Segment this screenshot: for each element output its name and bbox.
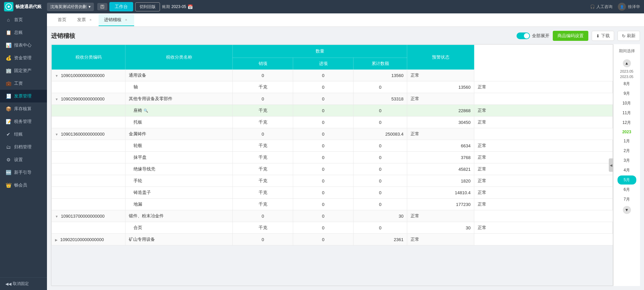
- toggle-track[interactable]: [517, 32, 530, 39]
- expand-icon[interactable]: ▶: [55, 238, 58, 242]
- expand-icon[interactable]: ▼: [55, 133, 58, 136]
- cell-total: 3768: [407, 152, 474, 163]
- cell-sales: 0: [233, 210, 293, 222]
- company-selector[interactable]: 沈海英测试经营勿删 ▾: [47, 3, 94, 11]
- home-icon: ⌂: [5, 17, 11, 22]
- table-row: 轮毂 千克 0 0 6634 正常: [52, 140, 613, 152]
- sidebar-label-capital: 资金管理: [14, 55, 32, 61]
- cell-purchase: 0: [354, 187, 407, 199]
- calendar-icon[interactable]: 📅: [187, 4, 193, 9]
- salary-icon: 💼: [5, 81, 11, 86]
- right-panel: ◀ 期间选择 ▲ 2023.052023.058月9月10月11月12月2023…: [613, 44, 640, 286]
- expand-icon[interactable]: ▼: [55, 215, 58, 218]
- cancel-pin-button[interactable]: ◀◀ 取消固定: [0, 277, 47, 290]
- cell-sales: 0: [293, 105, 354, 117]
- save-button[interactable]: [97, 3, 107, 10]
- cell-empty: [52, 105, 125, 117]
- panel-up-arrow[interactable]: ▲: [623, 59, 631, 67]
- sidebar-item-home[interactable]: ⌂ 首页: [0, 13, 47, 26]
- cell-status: 正常: [474, 163, 613, 175]
- tab-reconcile-close[interactable]: ×: [123, 17, 129, 22]
- month-item[interactable]: 5月: [618, 175, 636, 185]
- tab-reconcile[interactable]: 进销稽核 ×: [99, 14, 134, 26]
- cell-status: 正常: [474, 117, 613, 128]
- sidebar-item-archive[interactable]: 🗂 归档管理: [0, 141, 47, 153]
- cell-total: 45821: [407, 163, 474, 175]
- cell-purchase: 0: [354, 81, 407, 93]
- page-content: 进销稽核 全部展开 商品编码设置 ⬇ 下载: [47, 27, 644, 290]
- workbench-button[interactable]: 工作台: [109, 2, 133, 11]
- cell-sales: 0: [293, 81, 354, 93]
- tab-invoice[interactable]: 发票 ×: [72, 14, 99, 26]
- cell-status: 正常: [407, 128, 474, 140]
- chart-icon: 📊: [5, 43, 11, 48]
- cell-tax-name: 其他专用设备及零部件: [125, 93, 233, 105]
- refresh-button[interactable]: ↻ 刷新: [618, 31, 640, 41]
- table-row: ▼ 109010000000000000 通用设备 0 0 13560 正常: [52, 70, 613, 81]
- tab-invoice-label: 发票: [77, 17, 86, 23]
- sidebar-item-ledger[interactable]: 📋 总账: [0, 26, 47, 39]
- table-row: ▼ 109029900000000000 其他专用设备及零部件 0 0 5331…: [52, 93, 613, 105]
- cell-total: 250083.4: [354, 128, 407, 140]
- tab-invoice-close[interactable]: ×: [88, 17, 93, 22]
- month-item[interactable]: 2月: [618, 146, 636, 155]
- user-name: 徐泽华: [628, 4, 640, 10]
- sidebar-item-guide[interactable]: 🆕 新手引导: [0, 166, 47, 179]
- month-item[interactable]: 8月: [618, 79, 636, 88]
- cell-status: 正常: [407, 210, 474, 222]
- sidebar-label-salary: 工资: [14, 80, 23, 86]
- month-item[interactable]: 1月: [618, 137, 636, 146]
- top-right-actions: 🎧 人工咨询 👤 徐泽华: [590, 3, 640, 11]
- col-total: 累计数额: [354, 58, 407, 70]
- month-item[interactable]: 7月: [618, 195, 636, 204]
- cell-tax-code: ▼ 109013600000000000: [52, 128, 125, 140]
- user-info[interactable]: 👤 徐泽华: [618, 3, 640, 11]
- month-item[interactable]: 10月: [618, 99, 636, 108]
- cell-item-name: 轮毂: [125, 140, 233, 152]
- cell-purchase: 0: [293, 128, 354, 140]
- toggle-thumb: [524, 33, 529, 39]
- cell-purchase: 0: [354, 222, 407, 234]
- sidebar-item-settings[interactable]: ⚙ 设置: [0, 153, 47, 166]
- sidebar-label-invoice: 发票管理: [14, 93, 32, 99]
- cell-tax-name: 锻件、粉末冶金件: [125, 210, 233, 222]
- year-label[interactable]: 2023: [618, 128, 636, 136]
- expand-icon[interactable]: ▼: [55, 97, 58, 101]
- download-button[interactable]: ⬇ 下载: [592, 31, 614, 41]
- expand-all-toggle[interactable]: 全部展开: [517, 32, 549, 39]
- cell-tax-name: 通用设备: [125, 70, 233, 81]
- sidebar-item-invoice[interactable]: 🧾 发票管理: [0, 90, 47, 102]
- sidebar-item-tax[interactable]: 📝 税务管理: [0, 115, 47, 128]
- month-item[interactable]: 12月: [618, 118, 636, 127]
- month-item[interactable]: 11月: [618, 108, 636, 118]
- table-row: 地漏 千克 0 0 177230 正常: [52, 199, 613, 210]
- month-item[interactable]: 4月: [618, 166, 636, 175]
- sidebar-label-ledger: 总账: [14, 29, 23, 35]
- expand-icon[interactable]: ▼: [55, 74, 58, 78]
- svg-rect-2: [101, 5, 103, 6]
- col-tax-name: 税收分类名称: [125, 45, 233, 70]
- panel-toggle-button[interactable]: ◀: [609, 158, 613, 172]
- cell-purchase: 0: [354, 152, 407, 163]
- sidebar-item-member[interactable]: 👑 畅会员: [0, 179, 47, 192]
- tab-home[interactable]: 首页: [52, 14, 72, 26]
- product-code-button[interactable]: 商品编码设置: [553, 31, 588, 41]
- svg-rect-3: [101, 7, 103, 8]
- service-button[interactable]: 🎧 人工咨询: [590, 4, 612, 10]
- sidebar-item-assets[interactable]: 🏢 固定资产: [0, 64, 47, 77]
- cell-sales: 0: [293, 187, 354, 199]
- month-item[interactable]: 3月: [618, 156, 636, 165]
- table-row: 合页 千克 0 0 30 正常: [52, 222, 613, 234]
- cell-item-name: 轴: [125, 81, 233, 93]
- month-item[interactable]: 6月: [618, 185, 636, 194]
- switch-old-button[interactable]: 切到旧版: [135, 2, 160, 11]
- panel-down-arrow[interactable]: ▼: [623, 206, 631, 214]
- sidebar-item-salary[interactable]: 💼 工资: [0, 77, 47, 90]
- sidebar-item-inventory[interactable]: 📦 库存核算: [0, 102, 47, 115]
- col-sales: 销项: [233, 58, 293, 70]
- sidebar-item-checkout[interactable]: ✔ 结账: [0, 128, 47, 141]
- sidebar-item-capital[interactable]: 💰 资金管理: [0, 52, 47, 64]
- cell-unit: 千克: [233, 105, 293, 117]
- sidebar-item-reports[interactable]: 📊 报表中心: [0, 39, 47, 52]
- month-item[interactable]: 9月: [618, 89, 636, 98]
